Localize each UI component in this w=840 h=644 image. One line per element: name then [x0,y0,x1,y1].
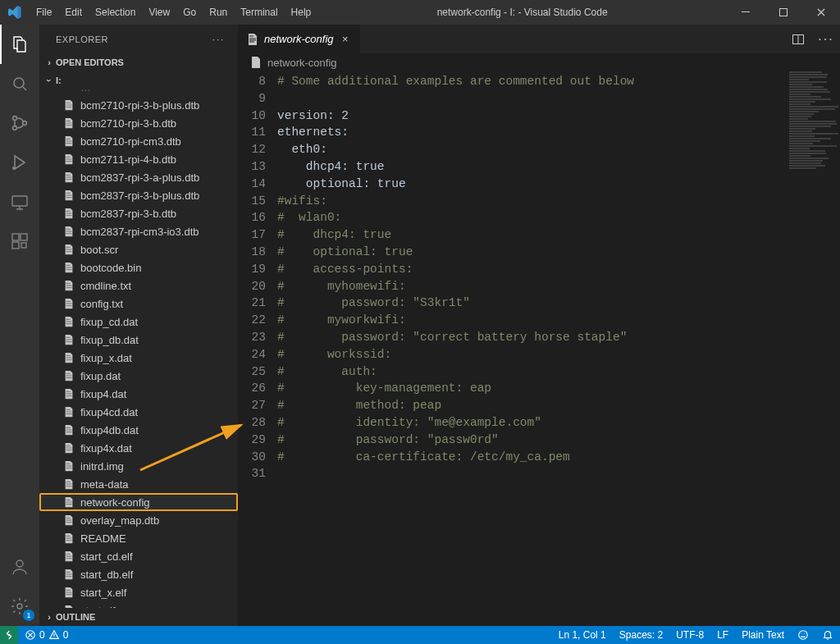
file-icon [62,423,75,436]
file-icon [62,189,75,202]
file-label: config.txt [80,298,123,310]
menu-help[interactable]: Help [285,0,318,25]
split-editor-icon[interactable] [784,25,812,53]
svg-point-4 [13,126,17,130]
svg-point-6 [13,167,15,169]
file-icon [62,405,75,418]
file-item[interactable]: bcm2710-rpi-cm3.dtb [39,132,238,150]
menu-file[interactable]: File [30,0,58,25]
file-icon [62,333,75,346]
file-label: cmdline.txt [80,280,131,292]
minimap[interactable] [789,71,838,203]
folder-root-section[interactable]: › I: [39,71,238,89]
file-icon [62,387,75,400]
close-button[interactable] [802,0,840,25]
activity-bar: 1 [0,25,39,626]
file-item[interactable]: config.txt [39,295,238,313]
language-mode[interactable]: Plain Text [735,626,791,644]
file-icon [62,477,75,491]
settings-gear-icon[interactable]: 1 [0,587,39,626]
warnings-count: 0 [63,629,69,641]
extensions-icon[interactable] [0,222,39,261]
maximize-button[interactable] [765,0,802,25]
explorer-icon[interactable] [0,25,39,64]
file-item[interactable]: bcm2710-rpi-3-b.dtb [39,114,238,132]
file-item[interactable]: start_cd.elf [39,547,238,565]
file-item[interactable]: bcm2711-rpi-4-b.dtb [39,150,238,168]
file-item[interactable]: fixup_x.dat [39,349,238,367]
file-icon [62,586,75,599]
remote-indicator-icon[interactable] [0,626,18,644]
file-label: network-config [80,496,150,509]
menu-view[interactable]: View [142,0,176,25]
menu-run[interactable]: Run [203,0,234,25]
file-item[interactable]: cmdline.txt [39,276,238,295]
editor-more-icon[interactable]: ··· [812,25,840,53]
file-item[interactable]: bcm2837-rpi-3-a-plus.dtb [39,168,238,186]
encoding-status[interactable]: UTF-8 [669,626,710,644]
run-debug-icon[interactable] [0,143,39,182]
close-tab-icon[interactable]: × [339,33,352,46]
file-item[interactable]: fixup4cd.dat [39,403,238,421]
tab-network-config[interactable]: network-config × [238,25,361,53]
file-item[interactable]: bcm2710-rpi-3-b-plus.dtb [39,96,238,114]
file-item[interactable]: bcm2837-rpi-3-b-plus.dtb [39,186,238,204]
file-label: bcm2711-rpi-4-b.dtb [80,153,176,166]
notifications-icon[interactable] [815,626,840,644]
breadcrumb[interactable]: network-config [238,53,840,71]
file-item[interactable]: fixup_cd.dat [39,313,238,331]
file-item[interactable]: fixup_db.dat [39,331,238,349]
problems-status[interactable]: 0 0 [18,626,75,644]
file-label: bootcode.bin [80,262,141,274]
svg-point-12 [16,560,23,567]
file-label: README [80,532,126,545]
file-item[interactable]: meta-data [39,475,238,493]
outline-section[interactable]: › OUTLINE [39,608,238,626]
file-item[interactable]: fixup4.dat [39,385,238,403]
search-icon[interactable] [0,64,39,103]
file-item[interactable]: start_db.elf [39,565,238,583]
file-item[interactable]: network-config [39,493,238,511]
file-icon [62,532,75,545]
file-item[interactable]: boot.scr [39,240,238,258]
remote-explorer-icon[interactable] [0,182,39,222]
file-label: fixup_db.dat [80,334,139,346]
svg-point-13 [17,604,22,609]
sidebar-more-icon[interactable]: ··· [212,34,225,44]
accounts-icon[interactable] [0,547,39,587]
menu-go[interactable]: Go [176,0,203,25]
svg-rect-9 [21,234,27,240]
file-label: fixup_x.dat [80,352,132,364]
file-item[interactable]: start_x.elf [39,583,238,601]
file-icon [62,297,75,310]
minimize-button[interactable] [727,0,765,25]
file-icon [62,369,75,382]
titlebar: FileEditSelectionViewGoRunTerminalHelp n… [0,0,840,25]
file-item[interactable]: fixup.dat [39,367,238,385]
file-item[interactable]: overlay_map.dtb [39,511,238,529]
file-item[interactable]: fixup4x.dat [39,439,238,457]
menu-edit[interactable]: Edit [58,0,89,25]
file-item[interactable]: bcm2837-rpi-cm3-io3.dtb [39,222,238,240]
cursor-position[interactable]: Ln 1, Col 1 [552,626,613,644]
open-editors-section[interactable]: › OPEN EDITORS [39,53,238,71]
feedback-icon[interactable] [791,626,815,644]
indentation-status[interactable]: Spaces: 2 [613,626,669,644]
file-item[interactable]: start.elf [39,601,238,608]
file-icon [62,351,75,364]
source-control-icon[interactable] [0,103,39,143]
file-icon [62,279,75,292]
file-icon [62,116,75,130]
file-item[interactable]: bootcode.bin [39,258,238,276]
menu-terminal[interactable]: Terminal [234,0,284,25]
eol-status[interactable]: LF [710,626,735,644]
file-icon [249,56,262,69]
folder-root-label: I: [56,75,62,85]
file-item[interactable]: fixup4db.dat [39,421,238,439]
file-item[interactable]: README [39,529,238,547]
menu-selection[interactable]: Selection [89,0,142,25]
window-title: network-config - I: - Visual Studio Code [317,7,727,18]
file-item[interactable]: bcm2837-rpi-3-b.dtb [39,204,238,222]
code-editor[interactable]: 8910111213141516171819202122232425262728… [238,71,840,626]
file-item[interactable]: initrd.img [39,457,238,475]
